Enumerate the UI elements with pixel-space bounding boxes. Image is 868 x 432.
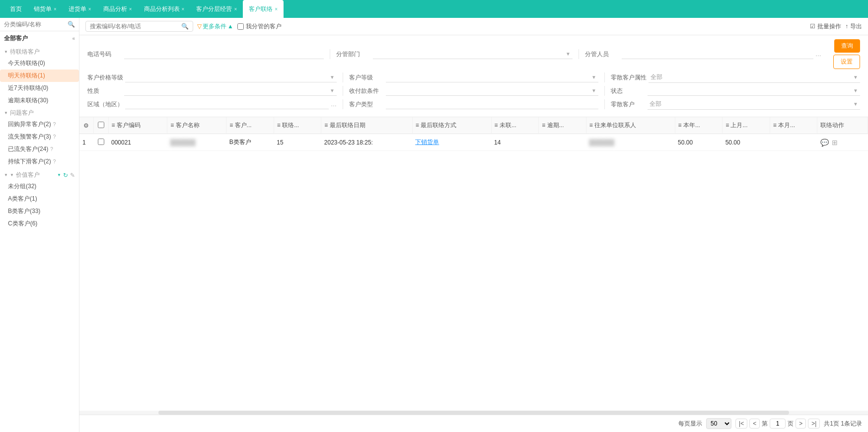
manager-more-icon[interactable]: … xyxy=(815,51,821,58)
query-btn[interactable]: 查询 xyxy=(834,39,860,53)
cell-index: 1 xyxy=(79,134,93,151)
divider-5 xyxy=(343,86,343,96)
my-customers-checkbox[interactable] xyxy=(237,23,244,30)
cell-overdue xyxy=(539,134,586,151)
filter-payment-select[interactable]: ▼ xyxy=(386,86,598,96)
filter-gender-select[interactable]: ▼ xyxy=(124,86,337,96)
help-icon-2[interactable]: ? xyxy=(53,134,56,140)
cell-no-contact: 14 xyxy=(491,134,539,151)
search-icon[interactable]: 🔍 xyxy=(181,23,189,30)
region-more-icon[interactable]: … xyxy=(331,101,337,108)
settings-btn[interactable]: 设置 xyxy=(833,55,860,69)
cell-checkbox[interactable] xyxy=(93,134,108,151)
sidebar-search-icon[interactable]: 🔍 xyxy=(68,21,75,28)
sidebar-search-input[interactable] xyxy=(4,21,68,28)
nav-product-analysis-list[interactable]: 商品分析列表 × xyxy=(138,0,191,18)
col-unit-contact[interactable]: ≡ 往来单位联系人 xyxy=(586,117,675,134)
nav-sales-order[interactable]: 销货单 × xyxy=(28,0,63,18)
col-last-contact-date[interactable]: ≡ 最后联络日期 xyxy=(321,117,412,134)
actions-wrap: 💬 ⊞ xyxy=(820,139,865,146)
grid-icon[interactable]: ⊞ xyxy=(832,139,838,146)
close-product-analysis-icon[interactable]: × xyxy=(129,6,132,12)
sidebar-item-churn-warning[interactable]: 流失预警客户(3) ? xyxy=(0,131,79,143)
edit-icon[interactable]: ✎ xyxy=(70,172,75,179)
nav-home[interactable]: 首页 xyxy=(4,0,28,18)
col-no-contact[interactable]: ≡ 未联... xyxy=(491,117,539,134)
prev-page-btn[interactable]: < xyxy=(749,419,760,429)
filter-region-input[interactable] xyxy=(125,100,329,109)
horizontal-scrollbar[interactable] xyxy=(79,411,868,415)
caret-icon-5: ▼ xyxy=(330,88,335,93)
filter-customer-type-select[interactable] xyxy=(386,100,598,109)
per-page-label: 每页显示 xyxy=(678,420,702,428)
batch-op-btn[interactable]: ☑ 批量操作 xyxy=(810,22,841,31)
refresh-icon[interactable]: ↻ xyxy=(57,172,68,179)
filter-price-level-select[interactable]: ▼ xyxy=(125,73,337,82)
sidebar-item-a-customers[interactable]: A类客户(1) xyxy=(0,193,79,205)
col-contact[interactable]: ≡ 联络... xyxy=(274,117,321,134)
cell-last-method[interactable]: 下销货单 xyxy=(412,134,491,151)
nav-customer-stratify[interactable]: 客户分层经营 × xyxy=(190,0,243,18)
sidebar-item-declining[interactable]: 持续下滑客户(2) ? xyxy=(0,155,79,168)
next-page-btn[interactable]: > xyxy=(796,419,806,429)
close-purchase-order-icon[interactable]: × xyxy=(88,6,91,12)
col-last-month[interactable]: ≡ 上月... xyxy=(723,117,770,134)
col-this-year[interactable]: ≡ 本年... xyxy=(675,117,723,134)
cell-this-year: 50.00 xyxy=(675,134,723,151)
sidebar-group-problem: 问题客户 xyxy=(0,107,79,118)
col-code[interactable]: ≡ 客户编码 xyxy=(108,117,167,134)
col-overdue[interactable]: ≡ 逾期... xyxy=(539,117,586,134)
help-icon-3[interactable]: ? xyxy=(50,146,53,152)
filter-manager-input[interactable] xyxy=(622,50,813,59)
col-checkbox[interactable] xyxy=(93,117,108,134)
page-size-select[interactable]: 50 100 200 xyxy=(706,418,731,429)
col-this-month[interactable]: ≡ 本月... xyxy=(770,117,817,134)
col-settings[interactable]: ⚙ xyxy=(79,117,93,134)
close-customer-contact-icon[interactable]: × xyxy=(275,6,278,12)
filter-phone-input[interactable] xyxy=(124,50,324,59)
sidebar-item-c-customers[interactable]: C类客户(6) xyxy=(0,217,79,230)
comment-icon[interactable]: 💬 xyxy=(820,139,829,146)
filter-status-select[interactable]: ▼ xyxy=(648,86,860,96)
divider-1 xyxy=(330,49,330,59)
filter-customer-level-select[interactable]: ▼ xyxy=(386,73,598,82)
my-customers-label[interactable]: 我分管的客户 xyxy=(237,22,282,31)
search-input[interactable] xyxy=(90,23,179,30)
help-icon-4[interactable]: ? xyxy=(53,159,56,164)
row-checkbox[interactable] xyxy=(98,139,104,145)
col-type[interactable]: ≡ 客户... xyxy=(226,117,274,134)
nav-product-analysis[interactable]: 商品分析 × xyxy=(97,0,138,18)
sidebar-item-7days-contact[interactable]: 近7天待联络(0) xyxy=(0,82,79,94)
filter-row-3: 性质 ▼ 收付款条件 ▼ 状态 ▼ xyxy=(87,86,860,96)
filter-dept-select[interactable]: ▼ xyxy=(373,50,573,59)
divider-3 xyxy=(343,72,343,82)
filter-retail-attr-select[interactable]: 全部 ▼ xyxy=(649,72,860,83)
sidebar-all-customers[interactable]: 全部客户 « xyxy=(0,31,79,46)
col-last-contact-method[interactable]: ≡ 最后联络方式 xyxy=(412,117,491,134)
last-page-btn[interactable]: >| xyxy=(808,419,820,429)
more-conditions-btn[interactable]: ▽ 更多条件 ▲ xyxy=(197,22,233,31)
sidebar-item-b-customers[interactable]: B类客户(33) xyxy=(0,205,79,217)
close-sales-order-icon[interactable]: × xyxy=(54,6,57,12)
sidebar-item-ungroup[interactable]: 未分组(32) xyxy=(0,180,79,193)
sidebar-item-churned[interactable]: 已流失客户(24) ? xyxy=(0,143,79,155)
filter-retail-customer-select[interactable]: 全部 ▼ xyxy=(648,99,860,110)
customers-table: ⚙ ≡ 客户编码 ≡ 客户名称 ≡ 客户... ≡ 联络... xyxy=(79,117,868,151)
sidebar-item-overdue-contact[interactable]: 逾期未联络(30) xyxy=(0,94,79,107)
first-page-btn[interactable]: |< xyxy=(735,419,747,429)
nav-customer-contact[interactable]: 客户联络 × xyxy=(243,0,284,18)
page-input[interactable] xyxy=(770,419,786,429)
export-btn[interactable]: ↑ 导出 xyxy=(845,22,862,31)
sidebar-item-repurchase-abnormal[interactable]: 回购异常客户(2) ? xyxy=(0,118,79,131)
close-customer-stratify-icon[interactable]: × xyxy=(234,6,237,12)
nav-purchase-order[interactable]: 进货单 × xyxy=(63,0,97,18)
sidebar-item-today-contact[interactable]: 今天待联络(0) xyxy=(0,57,79,70)
select-all-checkbox[interactable] xyxy=(98,122,104,128)
cell-this-month xyxy=(770,134,817,151)
divider-4 xyxy=(604,72,605,82)
cell-last-date: 2023-05-23 18:25: xyxy=(321,134,412,151)
help-icon-1[interactable]: ? xyxy=(53,122,56,127)
col-name[interactable]: ≡ 客户名称 xyxy=(167,117,226,134)
sidebar-item-tomorrow-contact[interactable]: 明天待联络(1) xyxy=(0,70,79,82)
close-product-analysis-list-icon[interactable]: × xyxy=(182,6,185,12)
